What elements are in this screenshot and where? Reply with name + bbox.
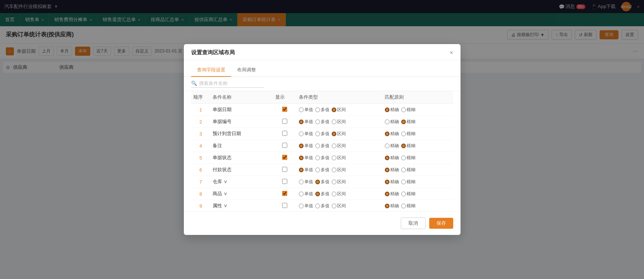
radio-type-range[interactable]: [332, 156, 336, 160]
radio-type-multiple-item[interactable]: 多值: [315, 131, 329, 137]
radio-match-exact-item[interactable]: 精确: [385, 203, 399, 209]
radio-match-exact-item[interactable]: 精确: [385, 155, 399, 161]
radio-type-single-item[interactable]: 单值: [299, 107, 313, 113]
show-checkbox[interactable]: [282, 167, 287, 172]
radio-type-multiple[interactable]: [315, 131, 320, 136]
radio-type-range-item[interactable]: 区间: [332, 107, 346, 113]
radio-type-range-item[interactable]: 区间: [332, 155, 346, 161]
radio-type-single-item[interactable]: 单值: [299, 167, 313, 173]
radio-type-range[interactable]: [332, 107, 336, 112]
radio-match-exact[interactable]: [385, 119, 390, 124]
radio-match-fuzzy-item[interactable]: 模糊: [401, 119, 415, 125]
radio-type-single[interactable]: [299, 168, 304, 172]
radio-match-fuzzy-item[interactable]: 模糊: [401, 143, 415, 149]
radio-match-exact-item[interactable]: 精确: [385, 119, 399, 125]
cell-show[interactable]: [273, 128, 296, 140]
cell-show[interactable]: [273, 152, 296, 164]
show-checkbox[interactable]: [282, 119, 287, 124]
radio-match-fuzzy[interactable]: [401, 204, 406, 208]
radio-match-exact[interactable]: [385, 156, 390, 160]
radio-match-fuzzy-item[interactable]: 模糊: [401, 107, 415, 113]
show-checkbox[interactable]: [282, 203, 287, 208]
radio-match-exact-item[interactable]: 精确: [385, 179, 399, 185]
radio-match-fuzzy-item[interactable]: 模糊: [401, 155, 415, 161]
radio-match-fuzzy-item[interactable]: 模糊: [401, 191, 415, 197]
radio-match-fuzzy[interactable]: [401, 156, 406, 160]
radio-type-single[interactable]: [299, 107, 304, 112]
radio-match-fuzzy-item[interactable]: 模糊: [401, 131, 415, 137]
radio-type-multiple-item[interactable]: 多值: [315, 179, 329, 185]
radio-type-range[interactable]: [332, 180, 336, 184]
radio-type-multiple-item[interactable]: 多值: [315, 143, 329, 149]
cell-show[interactable]: [273, 140, 296, 152]
radio-match-exact[interactable]: [385, 144, 390, 148]
radio-type-range[interactable]: [332, 144, 336, 148]
radio-match-fuzzy-item[interactable]: 模糊: [401, 203, 415, 209]
radio-type-single[interactable]: [299, 204, 304, 208]
radio-type-range[interactable]: [332, 119, 336, 124]
radio-type-multiple[interactable]: [315, 119, 320, 124]
cancel-button[interactable]: 取消: [401, 217, 426, 229]
radio-type-multiple[interactable]: [315, 192, 320, 196]
radio-match-fuzzy[interactable]: [401, 131, 406, 136]
cell-show[interactable]: [273, 164, 296, 176]
cell-show[interactable]: [273, 188, 296, 200]
radio-type-multiple-item[interactable]: 多值: [315, 119, 329, 125]
show-checkbox[interactable]: [282, 143, 287, 148]
tab-layout-adjust[interactable]: 布局调整: [231, 64, 262, 77]
show-checkbox[interactable]: [282, 131, 287, 136]
radio-match-fuzzy[interactable]: [401, 107, 406, 112]
radio-type-single[interactable]: [299, 156, 304, 160]
radio-type-range[interactable]: [332, 204, 336, 208]
radio-type-multiple[interactable]: [315, 168, 320, 172]
radio-match-fuzzy-item[interactable]: 模糊: [401, 167, 415, 173]
cell-show[interactable]: [273, 176, 296, 188]
radio-type-single-item[interactable]: 单值: [299, 179, 313, 185]
radio-match-exact[interactable]: [385, 107, 390, 112]
radio-type-single-item[interactable]: 单值: [299, 155, 313, 161]
radio-match-fuzzy[interactable]: [401, 119, 406, 124]
radio-type-single[interactable]: [299, 144, 304, 148]
radio-match-exact-item[interactable]: 精确: [385, 167, 399, 173]
radio-type-multiple-item[interactable]: 多值: [315, 191, 329, 197]
radio-type-range-item[interactable]: 区间: [332, 143, 346, 149]
radio-type-multiple-item[interactable]: 多值: [315, 155, 329, 161]
radio-type-range-item[interactable]: 区间: [332, 167, 346, 173]
cell-show[interactable]: [273, 104, 296, 116]
cell-show[interactable]: [273, 116, 296, 128]
radio-type-single-item[interactable]: 单值: [299, 131, 313, 137]
radio-type-single-item[interactable]: 单值: [299, 191, 313, 197]
radio-match-exact[interactable]: [385, 192, 390, 196]
radio-type-multiple[interactable]: [315, 180, 320, 184]
radio-type-range[interactable]: [332, 131, 336, 136]
radio-type-single-item[interactable]: 单值: [299, 203, 313, 209]
radio-type-range[interactable]: [332, 168, 336, 172]
radio-type-range-item[interactable]: 区间: [332, 119, 346, 125]
tab-query-fields[interactable]: 查询字段设置: [191, 64, 231, 77]
radio-match-fuzzy[interactable]: [401, 192, 406, 196]
radio-type-multiple-item[interactable]: 多值: [315, 167, 329, 173]
radio-match-exact-item[interactable]: 精确: [385, 191, 399, 197]
radio-type-range-item[interactable]: 区间: [332, 179, 346, 185]
search-input[interactable]: [199, 80, 257, 86]
radio-type-single-item[interactable]: 单值: [299, 143, 313, 149]
radio-type-single[interactable]: [299, 180, 304, 184]
save-button[interactable]: 保存: [429, 218, 453, 229]
show-checkbox[interactable]: [282, 179, 287, 184]
radio-type-range-item[interactable]: 区间: [332, 203, 346, 209]
radio-match-exact[interactable]: [385, 131, 390, 136]
radio-match-exact[interactable]: [385, 168, 390, 172]
radio-match-exact-item[interactable]: 精确: [385, 131, 399, 137]
radio-match-fuzzy-item[interactable]: 模糊: [401, 179, 415, 185]
radio-type-multiple[interactable]: [315, 204, 320, 208]
radio-match-fuzzy[interactable]: [401, 180, 406, 184]
radio-match-exact-item[interactable]: 精确: [385, 143, 399, 149]
radio-type-single[interactable]: [299, 192, 304, 196]
show-checkbox[interactable]: [282, 191, 287, 196]
radio-match-fuzzy[interactable]: [401, 144, 406, 148]
radio-type-multiple-item[interactable]: 多值: [315, 107, 329, 113]
show-checkbox[interactable]: [282, 155, 287, 160]
radio-type-single-item[interactable]: 单值: [299, 119, 313, 125]
radio-type-multiple[interactable]: [315, 107, 320, 112]
cell-show[interactable]: [273, 200, 296, 212]
